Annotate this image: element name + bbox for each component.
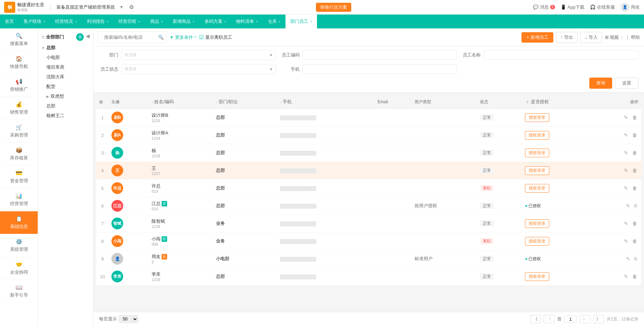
- sidebar-item-purchase[interactable]: 🛒 采购管理: [0, 120, 38, 143]
- edit-btn[interactable]: ✎: [623, 167, 629, 174]
- auth-login-btn[interactable]: 授权登录: [525, 149, 549, 157]
- nav-item-new-goods[interactable]: 新增商品×: [168, 15, 199, 28]
- system-dropdown-icon[interactable]: ▼: [119, 5, 124, 10]
- col-phone[interactable]: ↕手机: [277, 95, 375, 109]
- view-btn[interactable]: ⊞ 视频: [605, 34, 619, 41]
- message-btn[interactable]: 💬 消息 6: [533, 4, 555, 10]
- user-btn[interactable]: 👤 用友: [620, 3, 640, 12]
- close-icon[interactable]: ×: [161, 19, 163, 24]
- col-settings[interactable]: ⚙: [96, 95, 109, 109]
- dept-node-6[interactable]: 总部: [38, 101, 93, 111]
- setting-btn[interactable]: 设置: [615, 78, 638, 89]
- auth-login-btn[interactable]: 授权登录: [525, 237, 549, 246]
- next-page-btn[interactable]: 〉: [580, 315, 590, 323]
- edit-btn[interactable]: ✎: [623, 238, 629, 245]
- emp-code-input[interactable]: [302, 50, 457, 60]
- sidebar-item-marketing[interactable]: 📢 营销推广: [0, 74, 38, 97]
- nav-item-dept-staff[interactable]: 部门员工×: [285, 15, 317, 28]
- close-icon[interactable]: ×: [107, 19, 109, 24]
- prev-page-btn[interactable]: 〈: [544, 315, 554, 323]
- dept-node-2[interactable]: 项目库房: [38, 62, 93, 72]
- copy-btn[interactable]: ⎘: [633, 255, 638, 262]
- nav-item-profit[interactable]: 利润报告×: [82, 15, 114, 28]
- delete-btn[interactable]: 🗑: [631, 220, 638, 227]
- auth-login-btn[interactable]: 授权登录: [525, 166, 549, 175]
- phone-input[interactable]: [302, 64, 457, 74]
- nav-item-history[interactable]: 经营历程×: [114, 15, 145, 28]
- dept-node-4[interactable]: 配货: [38, 82, 93, 91]
- nav-item-barcode[interactable]: 条码方案×: [200, 15, 231, 28]
- edit-btn[interactable]: ✎: [625, 202, 632, 209]
- col-name-code[interactable]: ↕姓名/编码: [149, 95, 213, 109]
- auth-login-btn[interactable]: 授权登录: [525, 272, 549, 281]
- sidebar-item-search[interactable]: 🔍 搜索菜单: [0, 28, 38, 51]
- dept-node-3[interactable]: 沈阳大库: [38, 72, 93, 82]
- app-download-btn[interactable]: 📱 App下载: [561, 4, 584, 10]
- delete-btn[interactable]: 🗑: [631, 132, 638, 139]
- delete-btn[interactable]: 🗑: [631, 238, 638, 245]
- sidebar-item-business[interactable]: 📊 经营管理: [0, 188, 38, 211]
- copy-btn[interactable]: ⎘: [633, 202, 638, 209]
- emp-name-input[interactable]: [483, 50, 638, 60]
- settings-icon[interactable]: ⚙: [129, 4, 134, 10]
- dept-node-0[interactable]: ▼ 总部: [38, 43, 93, 53]
- close-icon[interactable]: ×: [138, 19, 140, 24]
- dept-node-7[interactable]: 植树王二: [38, 111, 93, 121]
- trial-button[interactable]: 体验行业方案: [316, 3, 351, 12]
- edit-btn[interactable]: ✎: [625, 255, 632, 262]
- col-dept[interactable]: ↕部门/职位: [213, 95, 277, 109]
- dept-node-5[interactable]: ▶ 双虎想: [38, 91, 93, 101]
- edit-btn[interactable]: ✎: [623, 273, 629, 280]
- close-icon[interactable]: ×: [279, 19, 281, 24]
- close-icon[interactable]: ×: [310, 19, 312, 24]
- search-input[interactable]: [101, 33, 156, 42]
- help-btn[interactable]: ⋮ 帮助: [625, 34, 640, 41]
- auth-login-btn[interactable]: 授权登录: [525, 184, 549, 193]
- delete-btn[interactable]: 🗑: [631, 185, 638, 192]
- edit-btn[interactable]: ✎: [623, 149, 629, 156]
- auth-login-btn[interactable]: 授权登录: [525, 219, 549, 228]
- sidebar-item-collab[interactable]: 🤝 企业协同: [0, 257, 38, 280]
- page-size-select[interactable]: 50 100: [119, 315, 138, 323]
- query-btn[interactable]: 查询: [589, 78, 612, 89]
- online-service-btn[interactable]: 🎧 在线客服: [590, 4, 615, 10]
- edit-btn[interactable]: ✎: [623, 114, 629, 121]
- new-employee-btn[interactable]: + 新增员工: [521, 32, 553, 43]
- search-icon[interactable]: 🔍: [158, 35, 164, 40]
- delete-btn[interactable]: 🗑: [631, 167, 638, 174]
- close-icon[interactable]: ×: [192, 19, 194, 24]
- nav-item-bom[interactable]: 物料清单×: [231, 15, 263, 28]
- sidebar-item-guide[interactable]: 📖 新手引导: [0, 280, 38, 303]
- sidebar-item-sales[interactable]: 💰 销售管理: [0, 97, 38, 120]
- export-btn[interactable]: ↑ 导出: [556, 32, 578, 43]
- dept-settings-btn[interactable]: ⚙: [76, 33, 84, 41]
- delete-btn[interactable]: 🗑: [631, 273, 638, 280]
- sidebar-item-shortcut[interactable]: 🏠 快捷导航: [0, 51, 38, 74]
- sidebar-item-finance[interactable]: 💳 资金管理: [0, 166, 38, 188]
- nav-item-goods[interactable]: 商品×: [145, 15, 168, 28]
- auth-login-btn[interactable]: 授权登录: [525, 131, 549, 140]
- auth-login-btn[interactable]: 授权登录: [525, 113, 549, 122]
- close-icon[interactable]: ×: [256, 19, 258, 24]
- close-icon[interactable]: ×: [75, 19, 77, 24]
- delete-btn[interactable]: 🗑: [631, 149, 638, 156]
- nav-item-warehouse[interactable]: 仓库×: [263, 15, 285, 28]
- delete-btn[interactable]: 🗑: [631, 114, 638, 121]
- status-dropdown[interactable]: 请选择 ▼: [121, 64, 276, 74]
- import-btn[interactable]: ↓ 导入: [580, 32, 602, 43]
- nav-item-customer[interactable]: 客户联络×: [19, 15, 50, 28]
- last-page-btn[interactable]: 》: [593, 315, 604, 323]
- page-number-input[interactable]: [564, 316, 577, 323]
- more-filter-btn[interactable]: ▼ 更多条件 ^: [170, 34, 196, 41]
- edit-btn[interactable]: ✎: [623, 185, 629, 192]
- nav-item-home[interactable]: 首页: [0, 15, 19, 28]
- close-icon[interactable]: ×: [224, 19, 226, 24]
- close-icon[interactable]: ×: [43, 19, 45, 24]
- nav-item-operation[interactable]: 经营情况×: [50, 15, 82, 28]
- edit-btn[interactable]: ✎: [623, 132, 629, 139]
- dept-node-1[interactable]: 小电部: [38, 53, 93, 62]
- dept-dropdown[interactable]: 请选择 ▼: [121, 50, 276, 60]
- sidebar-item-system[interactable]: ⚙️ 系统管理: [0, 234, 38, 257]
- collapse-icon[interactable]: ◀: [86, 33, 90, 41]
- show-resign-checkbox[interactable]: ☑ 显示离职员工: [199, 34, 232, 41]
